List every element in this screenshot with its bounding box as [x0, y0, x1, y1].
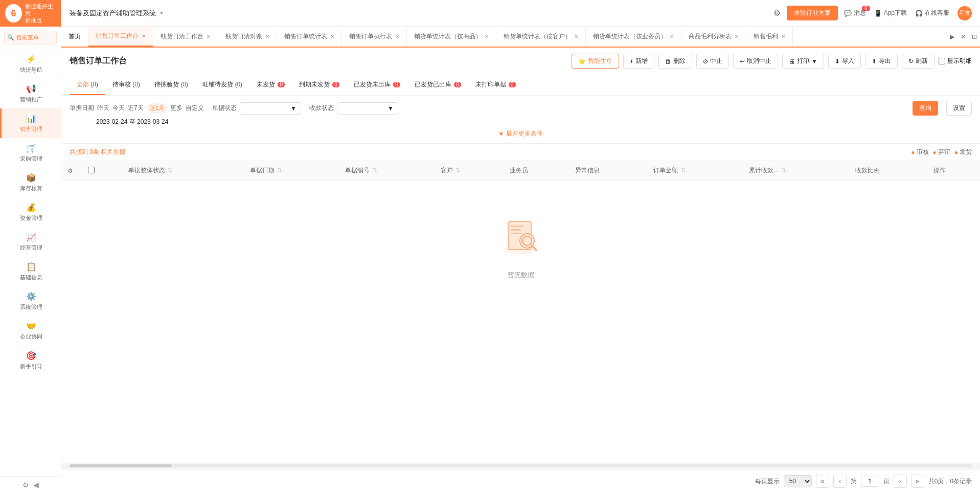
collapse-sidebar-icon[interactable]: ◀ [33, 481, 39, 489]
sidebar-item-quick-nav[interactable]: ⚡ 快捷导航 [0, 49, 61, 79]
tab-cash-reconcile[interactable]: 钱货日清对账 ✕ [218, 27, 277, 46]
tabs-close-btn[interactable]: ✕ [958, 29, 969, 44]
tab-close-sales-stats-product[interactable]: ✕ [485, 34, 489, 39]
filter-tab-shipped-not-out[interactable]: 已发货未出库 0 [347, 75, 407, 95]
smart-create-button[interactable]: ⭐ 智能生单 [572, 54, 619, 69]
sidebar-item-system[interactable]: ⚙️ 系统管理 [0, 286, 61, 316]
export-button[interactable]: ⬆ 导出 [865, 54, 898, 69]
settings-button[interactable]: 设置 [946, 101, 972, 116]
review-action-btn[interactable]: ● 审核 [911, 148, 928, 156]
tab-product-profit[interactable]: 商品毛利分析表 ✕ [681, 27, 746, 46]
tab-close-sales-exec[interactable]: ✕ [395, 34, 399, 39]
col-customer[interactable]: 客户 ⇅ [435, 161, 504, 181]
tab-close-sales-workbench[interactable]: ✕ [142, 33, 146, 39]
topbar-settings-icon[interactable]: ⚙ [773, 8, 781, 18]
expand-filter-button[interactable]: ▼ 展开更多条件 [498, 129, 543, 138]
filter-tab-shipped-out[interactable]: 已发货已出库 0 [407, 75, 468, 95]
tab-sales-stats-product[interactable]: 销货单统计表（按商品） ✕ [407, 27, 496, 46]
online-service-action[interactable]: 🎧 在线客服 [915, 9, 949, 17]
first-page-button[interactable]: « [816, 475, 829, 488]
scroll-track[interactable] [70, 464, 972, 467]
col-collected[interactable]: 累计收款... ⇅ [743, 161, 849, 181]
sidebar-item-finance[interactable]: 💰 资金管理 [0, 197, 61, 227]
refresh-button[interactable]: ↻ 刷新 [902, 54, 935, 69]
tabs-scroll-right-btn[interactable]: ▶ [947, 29, 958, 44]
solution-button[interactable]: 体验行业方案 [787, 6, 838, 20]
sidebar-item-operations[interactable]: 📈 经营管理 [0, 227, 61, 257]
date-7days-link[interactable]: 近7天 [128, 104, 144, 113]
date-custom-link[interactable]: 自定义 [186, 104, 204, 113]
print-button[interactable]: 🖨 打印 ▼ [782, 54, 824, 69]
date-today-link[interactable]: 今天 [112, 104, 125, 113]
query-button[interactable]: 查询 [913, 101, 938, 116]
show-detail-toggle[interactable]: 显示明细 [939, 57, 972, 65]
stop-button[interactable]: ⊘ 中止 [696, 54, 729, 69]
user-action[interactable]: 用友 [958, 6, 972, 20]
tabs-expand-btn[interactable]: ⊡ [969, 29, 980, 44]
tab-sales-stats-customer[interactable]: 销货单统计表（按客户） ✕ [496, 27, 586, 46]
table-settings-icon[interactable]: ⚙ [67, 167, 73, 174]
tab-close-sales-stats-staff[interactable]: ✕ [670, 34, 674, 39]
message-action[interactable]: 💬 消息 6 [844, 9, 866, 17]
filter-tab-pending-review[interactable]: 待审核 (0) [105, 75, 147, 95]
print-dropdown-icon: ▼ [811, 58, 817, 65]
tab-close-sales-stats[interactable]: ✕ [330, 34, 334, 39]
horizontal-scrollbar[interactable] [61, 463, 980, 469]
col-number[interactable]: 单据编号 ⇅ [339, 161, 434, 181]
tab-close-sales-more[interactable]: ✕ [781, 34, 785, 39]
cancel-stop-button[interactable]: ↩ 取消中止 [733, 54, 778, 69]
scroll-thumb[interactable] [70, 464, 172, 467]
date-more-link[interactable]: 更多 [170, 104, 183, 113]
tab-close-sales-stats-customer[interactable]: ✕ [574, 34, 578, 39]
col-amount[interactable]: 订单金额 ⇅ [647, 161, 742, 181]
next-page-button[interactable]: › [894, 475, 907, 488]
cancel-review-action-btn[interactable]: ● 弃审 [933, 148, 950, 156]
page-number-input[interactable] [861, 476, 879, 487]
select-all-checkbox[interactable] [88, 167, 95, 173]
tab-home[interactable]: 首页 [61, 27, 88, 46]
filter-tab-pending-check[interactable]: 待拣验货 (0) [147, 75, 195, 95]
show-detail-checkbox[interactable] [939, 58, 945, 64]
tab-sales-workbench[interactable]: 销售订单工作台 ✕ [88, 27, 153, 47]
payment-select[interactable]: ▼ [337, 102, 398, 115]
app-download-action[interactable]: 📱 App下载 [874, 9, 907, 17]
tab-close-cash-reconcile[interactable]: ✕ [265, 34, 269, 39]
system-dropdown-icon[interactable]: ▼ [159, 10, 164, 16]
date-1month-link[interactable]: 近1月 [147, 103, 167, 113]
sidebar-item-marketing[interactable]: 📢 营销推广 [0, 79, 61, 108]
sidebar-item-purchase[interactable]: 🛒 采购管理 [0, 138, 61, 168]
filter-tab-all[interactable]: 全部 (0) [70, 75, 105, 95]
col-status[interactable]: 单据整体状态 ⇅ [122, 161, 244, 181]
tab-sales-exec[interactable]: 销售订单执行表 ✕ [342, 27, 407, 46]
settings-bottom-icon[interactable]: ⚙ [22, 481, 29, 489]
col-date[interactable]: 单据日期 ⇅ [244, 161, 339, 181]
filter-tab-wangpu-pending[interactable]: 旺铺待发货 (0) [195, 75, 249, 95]
tab-close-cash-daily[interactable]: ✕ [207, 34, 211, 39]
tab-close-product-profit[interactable]: ✕ [735, 34, 739, 39]
date-yesterday-link[interactable]: 昨天 [97, 104, 109, 113]
filter-tab-not-shipped[interactable]: 未发货 0 [249, 75, 292, 95]
filter-tab-not-printed[interactable]: 未打印单据 0 [468, 75, 523, 95]
tab-cash-daily[interactable]: 钱货日清工作台 ✕ [153, 27, 218, 46]
tab-sales-more[interactable]: 销售毛利 ✕ [746, 27, 793, 46]
last-page-button[interactable]: » [911, 475, 924, 488]
page-size-select[interactable]: 50 10 20 100 [784, 475, 812, 487]
sort-date-icon: ⇅ [277, 167, 282, 174]
sidebar-item-newbie[interactable]: 🎯 新手引导 [0, 346, 61, 375]
tab-sales-stats[interactable]: 销售订单统计表 ✕ [277, 27, 342, 46]
sidebar-item-enterprise[interactable]: 🤝 企业协同 [0, 316, 61, 346]
sidebar-item-inventory[interactable]: 📦 库存核算 [0, 168, 61, 197]
delete-button[interactable]: 🗑 删除 [658, 54, 692, 69]
table-scroll-area[interactable]: ⚙ 单据整体状态 ⇅ 单据日期 ⇅ [61, 161, 980, 463]
import-button[interactable]: ⬇ 导入 [828, 54, 861, 69]
sidebar-search-area[interactable]: 🔍 搜索菜单 [0, 27, 61, 49]
search-menu-button[interactable]: 🔍 搜索菜单 [4, 31, 57, 44]
status-select[interactable]: ▼ [240, 102, 301, 115]
ship-action-btn[interactable]: ● 发货 [954, 148, 972, 156]
sidebar-item-sales[interactable]: 📊 销售管理 [0, 108, 61, 138]
add-button[interactable]: + 新增 [623, 54, 654, 69]
sidebar-item-basic[interactable]: 📋 基础信息 [0, 257, 61, 286]
prev-page-button[interactable]: ‹ [833, 475, 847, 488]
tab-sales-stats-staff[interactable]: 销货单统计表（按业务员） ✕ [586, 27, 681, 46]
filter-tab-expired-not-shipped[interactable]: 到期未发货 0 [292, 75, 347, 95]
